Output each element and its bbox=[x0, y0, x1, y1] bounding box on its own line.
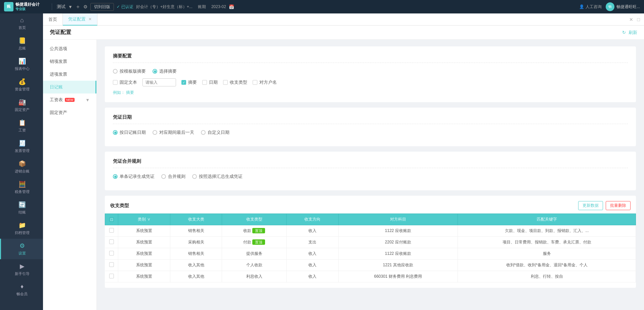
radio-select-total-label: 按照选择汇总生成凭证 bbox=[199, 173, 243, 180]
merge-radio-rule[interactable]: 合并规则 bbox=[161, 173, 185, 180]
summary-radio-template[interactable]: 按模板版摘要 bbox=[113, 68, 146, 74]
topbar-calendar-icon[interactable]: 📅 bbox=[229, 4, 234, 9]
tab-bar-right: ✕ □ bbox=[625, 13, 644, 26]
sidebar-item-member[interactable]: ♦ 畅会员 bbox=[0, 280, 43, 300]
sidebar-item-home[interactable]: ⌂ 首页 bbox=[0, 13, 43, 34]
user-menu[interactable]: 畅 畅捷通旺旺... bbox=[606, 2, 640, 11]
checkbox-date[interactable]: 日期 bbox=[202, 79, 218, 85]
date-section: 凭证日期 按日记账日期 对应期间最后一天 自定义日期 bbox=[105, 108, 636, 146]
sidebar-item-archive[interactable]: 📁 归档管理 bbox=[0, 218, 43, 239]
tab-close-icon[interactable]: ✕ bbox=[88, 17, 92, 22]
radio-custom-label: 自定义日期 bbox=[208, 129, 229, 135]
sidebar-item-tax[interactable]: 🧮 税务管理 bbox=[0, 177, 43, 198]
payroll-expand-icon[interactable]: ▼ bbox=[85, 98, 90, 103]
sidebar-item-guide[interactable]: ▶ 新手引导 bbox=[0, 259, 43, 280]
switch-old-version-button[interactable]: 切到旧版 bbox=[90, 3, 114, 11]
date-section-title: 凭证日期 bbox=[113, 114, 628, 124]
config-nav-payroll[interactable]: 工资表 NEW ▼ bbox=[43, 93, 96, 106]
sidebar-label-guide: 新手引导 bbox=[15, 271, 30, 276]
income-section: 收支类型 更新数据 批量删除 ☐ 类别 ∨ bbox=[105, 196, 636, 288]
row4-checkbox[interactable] bbox=[105, 260, 118, 271]
date-radio-period-last[interactable]: 对应期间最后一天 bbox=[153, 129, 194, 135]
checkbox-fixed-text[interactable]: 固定文本 bbox=[113, 79, 137, 85]
table-select-all[interactable]: ☐ bbox=[109, 217, 114, 222]
settings-icon: ⚙ bbox=[19, 242, 25, 249]
checkbox-date-box bbox=[202, 80, 207, 85]
row2-account: 2202 应付账款 bbox=[338, 237, 458, 248]
checkbox-type-box bbox=[223, 80, 228, 85]
income-section-title: 收支类型 bbox=[110, 203, 129, 209]
config-nav-fixed[interactable]: 固定资产 bbox=[43, 106, 96, 119]
row2-checkbox[interactable] bbox=[105, 237, 118, 248]
row4-account: 1221 其他应收款 bbox=[338, 260, 458, 271]
row1-checkbox[interactable] bbox=[105, 225, 118, 237]
update-data-button[interactable]: 更新数据 bbox=[578, 201, 603, 210]
config-nav-journal[interactable]: 日记账 bbox=[43, 81, 96, 93]
topbar-dropdown-icon[interactable]: ▼ bbox=[68, 4, 73, 9]
radio-merge-rule-label: 合并规则 bbox=[168, 173, 185, 180]
config-nav-sales[interactable]: 销项发票 bbox=[43, 55, 96, 68]
sidebar-item-settings[interactable]: ⚙ 设置 bbox=[0, 239, 43, 259]
th-keywords: 匹配关键字 bbox=[458, 214, 636, 225]
th-checkbox[interactable]: ☐ bbox=[105, 214, 118, 225]
row5-keywords: 利息、行转、按自 bbox=[458, 271, 636, 282]
window-close-icon[interactable]: ✕ bbox=[629, 17, 633, 22]
merge-radio-total[interactable]: 按照选择汇总生成凭证 bbox=[192, 173, 243, 180]
config-nav-purchase[interactable]: 进项发票 bbox=[43, 68, 96, 81]
sidebar-item-ledger[interactable]: 📒 总账 bbox=[0, 34, 43, 54]
th-account: 对方科目 bbox=[338, 214, 458, 225]
fixed-text-input[interactable] bbox=[142, 78, 176, 86]
row3-direction: 收入 bbox=[286, 248, 338, 260]
tab-home[interactable]: 首页 bbox=[43, 13, 63, 26]
config-nav-fixed-label: 固定资产 bbox=[50, 110, 67, 116]
window-maximize-icon[interactable]: □ bbox=[637, 17, 640, 22]
sidebar-item-report[interactable]: 📊 报表中心 bbox=[0, 54, 43, 75]
row3-type: 提供服务 bbox=[222, 248, 286, 260]
th-direction: 收支方向 bbox=[286, 214, 338, 225]
row5-checkbox[interactable] bbox=[105, 271, 118, 282]
sidebar-label-purchase: 进销台账 bbox=[15, 169, 30, 174]
report-icon: 📊 bbox=[18, 57, 26, 65]
row1-account: 1122 应收账款 bbox=[338, 225, 458, 237]
home-icon: ⌂ bbox=[20, 17, 24, 24]
page-header: 凭证配置 ↻ 刷新 bbox=[43, 26, 644, 40]
checkbox-counterparty[interactable]: 对方户名 bbox=[253, 79, 277, 85]
checkbox-fixed-text-box bbox=[113, 80, 118, 85]
topbar-test-label: 测试 bbox=[57, 4, 66, 10]
sidebar-label-fund: 资金管理 bbox=[15, 87, 30, 92]
guide-icon: ▶ bbox=[20, 263, 25, 270]
logo-icon: 账 bbox=[4, 2, 13, 11]
sidebar-item-salary[interactable]: 📋 工资 bbox=[0, 116, 43, 136]
radio-period-last-circle bbox=[153, 130, 157, 135]
summary-radio-select[interactable]: 选择摘要 bbox=[153, 68, 177, 74]
sidebar-item-invoice[interactable]: 🧾 发票管理 bbox=[0, 136, 43, 157]
config-nav-sales-label: 销项发票 bbox=[50, 59, 67, 65]
merge-radio-single[interactable]: 单条记录生成凭证 bbox=[113, 173, 155, 180]
help-button[interactable]: 👤 人工咨询 bbox=[579, 4, 602, 10]
sidebar-item-fixed[interactable]: 🏭 固定资产 bbox=[0, 95, 43, 116]
row3-checkbox[interactable] bbox=[105, 248, 118, 260]
checkbox-type[interactable]: 收支类型 bbox=[223, 79, 247, 85]
refresh-button[interactable]: ↻ 刷新 bbox=[622, 30, 637, 36]
topbar-gear-icon[interactable]: ⚙ bbox=[83, 4, 88, 9]
config-nav-public[interactable]: 公共选项 bbox=[43, 42, 96, 55]
checkbox-summary[interactable]: ✓ 摘要 bbox=[181, 79, 197, 85]
top-tag-1: 置顶 bbox=[252, 228, 265, 233]
fund-icon: 💰 bbox=[18, 78, 26, 85]
date-radio-custom[interactable]: 自定义日期 bbox=[201, 129, 229, 135]
sidebar-label-settings: 设置 bbox=[18, 251, 26, 256]
refresh-label: 刷新 bbox=[629, 30, 637, 36]
topbar-add-icon[interactable]: ＋ bbox=[75, 3, 81, 10]
sidebar-item-settlement[interactable]: 🔄 结账 bbox=[0, 198, 43, 218]
row3-account: 1122 应收账款 bbox=[338, 248, 458, 260]
tab-voucher[interactable]: 凭证配置 ✕ bbox=[63, 13, 97, 26]
sidebar-item-fund[interactable]: 💰 资金管理 bbox=[0, 75, 43, 95]
th-type: 收支类型 bbox=[222, 214, 286, 225]
row4-direction: 收入 bbox=[286, 260, 338, 271]
sidebar-label-tax: 税务管理 bbox=[15, 189, 30, 194]
date-radio-journal[interactable]: 按日记账日期 bbox=[113, 129, 146, 135]
row2-type: 付款 置顶 bbox=[222, 237, 286, 248]
tab-home-label: 首页 bbox=[48, 16, 57, 23]
batch-delete-button[interactable]: 批量删除 bbox=[606, 201, 631, 210]
sidebar-item-purchase[interactable]: 📦 进销台账 bbox=[0, 157, 43, 177]
